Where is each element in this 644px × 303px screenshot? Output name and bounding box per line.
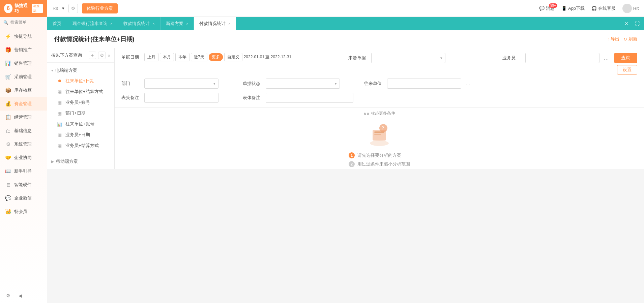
scheme-item-staff-account[interactable]: ▦ 业务员+账号: [47, 97, 114, 108]
sidebar-item-purchase[interactable]: 🛒 采购管理: [0, 70, 47, 84]
date-filter-label: 单据日期: [121, 54, 142, 60]
tab-home[interactable]: 首页: [47, 17, 67, 30]
staff-select[interactable]: [525, 53, 599, 63]
expand-tabs-btn[interactable]: ⛶: [633, 20, 641, 28]
scheme-item-staff-date[interactable]: ▦ 业务员+日期: [47, 129, 114, 140]
source-select[interactable]: ▾: [371, 53, 445, 63]
download-icon: 📱: [561, 6, 567, 11]
filter-settings-btn[interactable]: 设置: [617, 65, 637, 74]
last-month-btn[interactable]: 上月: [144, 53, 158, 61]
last-7-days-btn[interactable]: 近7天: [191, 53, 207, 61]
tab-actions: ✕ ⛶: [620, 17, 644, 30]
tab-new-scheme-label: 新建方案: [166, 21, 183, 27]
doc-status-filter-label: 单据状态: [243, 81, 263, 87]
topbar-selector[interactable]: ▾: [62, 6, 64, 11]
sidebar-logo: 6 畅捷通巧 标准版: [0, 0, 47, 17]
collapse-panel-btn[interactable]: «: [108, 53, 110, 58]
app-download-btn[interactable]: 📱 App下载: [561, 5, 585, 11]
dept-select[interactable]: ▾: [144, 79, 218, 89]
doc-status-select[interactable]: ▾: [266, 79, 340, 89]
collapse-conditions-btn[interactable]: ∧∧ 收起更多条件: [115, 108, 644, 119]
sidebar-item-quick-nav[interactable]: ⚡ 快捷导航: [0, 30, 47, 43]
topbar-settings-btn[interactable]: ⚙: [68, 4, 78, 13]
sidebar-item-operations[interactable]: 📋 经营管理: [0, 111, 47, 124]
scheme-settings-btn[interactable]: ⚙: [98, 52, 106, 59]
sidebar-item-sales[interactable]: 📊 销售管理: [0, 57, 47, 70]
header-note-input[interactable]: [144, 93, 218, 103]
close-all-tabs-btn[interactable]: ✕: [622, 20, 631, 28]
topbar-brand: Rit: [53, 6, 58, 11]
sidebar-item-system[interactable]: ⚙ 系统管理: [0, 138, 47, 151]
add-scheme-btn[interactable]: +: [89, 52, 96, 59]
scheme-item-unit-payment[interactable]: ▦ 往来单位+结算方式: [47, 86, 114, 97]
sidebar-item-enterprise[interactable]: 🤝 企业协同: [0, 151, 47, 164]
tab-bank-flow-label: 现金银行流水查询: [72, 21, 108, 27]
sidebar-item-guide[interactable]: 📖 新手引导: [0, 164, 47, 178]
sidebar-item-finance[interactable]: 💰 资金管理: [0, 97, 47, 111]
sidebar-item-wechat[interactable]: 💬 企业微信: [0, 191, 47, 205]
sidebar-item-label: 销售管理: [14, 60, 32, 66]
sidebar-nav: ⚡ 快捷导航 🎁 营销推广 📊 销售管理 🛒 采购管理 📦 库存核算 💰 资金管…: [0, 28, 47, 288]
scheme-item-unit-account[interactable]: 📊 往来单位+账号: [47, 119, 114, 129]
partner-more-btn[interactable]: …: [465, 81, 471, 87]
scheme-icon: ▦: [57, 99, 63, 105]
sidebar-item-label: 营销推广: [14, 47, 32, 53]
staff-more-btn[interactable]: …: [604, 55, 609, 61]
scheme-item-unit-date[interactable]: 往来单位+日期: [47, 75, 114, 86]
export-btn[interactable]: ↑ 导出: [607, 36, 620, 42]
sidebar-item-member[interactable]: 👑 畅会员: [0, 205, 47, 218]
tab-new-scheme-close[interactable]: ×: [186, 22, 188, 26]
tab-payment-stat[interactable]: 付款情况统计 ×: [194, 17, 236, 30]
source-filter-label: 来源单据: [348, 55, 369, 61]
partner-select[interactable]: [387, 79, 461, 89]
header-buttons: ↑ 导出 ↻ 刷新: [607, 36, 638, 42]
basic-info-icon: 🗂: [5, 127, 11, 134]
tab-payment-stat-close[interactable]: ×: [228, 22, 230, 26]
scheme-item-label: 业务员+日期: [65, 132, 90, 138]
export-label: 导出: [611, 36, 619, 42]
this-month-btn[interactable]: 本月: [160, 53, 174, 61]
empty-hints: 1 请先选择要分析的方案 2 用过滤条件来缩小分析范围: [349, 152, 410, 167]
tab-bank-flow-close[interactable]: ×: [110, 22, 112, 26]
settings-btn[interactable]: ⚙: [3, 291, 13, 300]
more-btn[interactable]: 更多: [209, 53, 223, 61]
collapse-sidebar-btn[interactable]: ◀: [16, 291, 25, 300]
right-panel: 单据日期 上月 本月 本年 近7天 更多 自定义 2022-01-01 至 20…: [115, 48, 644, 169]
scheme-item-dept-date[interactable]: ▦ 部门+日期: [47, 108, 114, 119]
body-note-input[interactable]: [266, 93, 353, 103]
custom-btn[interactable]: 自定义: [224, 53, 242, 61]
tab-bank-flow[interactable]: 现金银行流水查询 ×: [67, 17, 118, 30]
notifications-btn[interactable]: 💬 消息 99+: [539, 5, 555, 11]
body-note-filter: 表体备注: [243, 93, 353, 103]
svg-text:?: ?: [382, 126, 384, 130]
group-arrow-icon: ▶: [51, 159, 54, 164]
sidebar-item-marketing[interactable]: 🎁 营销推广: [0, 43, 47, 57]
hint-text-2: 用过滤条件来缩小分析范围: [357, 161, 410, 167]
refresh-btn[interactable]: ↻ 刷新: [623, 36, 637, 42]
app-download-label: App下载: [568, 5, 585, 11]
date-filter: 单据日期 上月 本月 本年 近7天 更多 自定义 2022-01-01 至 20…: [121, 53, 291, 61]
this-year-btn[interactable]: 本年: [175, 53, 189, 61]
mobile-group-header[interactable]: ▶ 移动端方案: [47, 156, 114, 166]
scheme-item-staff-payment[interactable]: ▦ 业务员+结算方式: [47, 140, 114, 151]
search-menu[interactable]: 🔍 搜索菜单: [0, 17, 47, 28]
tab-receipt-stat-close[interactable]: ×: [152, 22, 154, 26]
user-avatar-area[interactable]: Rit: [622, 4, 639, 13]
sidebar-item-label: 快捷导航: [14, 33, 32, 39]
query-btn[interactable]: 查询: [614, 53, 637, 63]
logo-icon: 6: [4, 4, 12, 13]
trial-btn[interactable]: 体验行业方案: [82, 3, 118, 13]
tab-receipt-stat[interactable]: 收款情况统计 ×: [118, 17, 160, 30]
tab-home-label: 首页: [53, 21, 61, 27]
doc-status-arrow: ▾: [335, 82, 337, 86]
sidebar-item-hardware[interactable]: 🖥 智能硬件: [0, 178, 47, 191]
sidebar-item-label: 系统管理: [14, 141, 32, 147]
desktop-group-header[interactable]: ▾ 电脑端方案: [47, 65, 114, 75]
sidebar-item-basic-info[interactable]: 🗂 基础信息: [0, 124, 47, 138]
sidebar-item-inventory[interactable]: 📦 库存核算: [0, 84, 47, 97]
scheme-item-label: 业务员+结算方式: [65, 143, 99, 149]
finance-icon: 💰: [5, 100, 11, 107]
online-service-btn[interactable]: 🎧 在线客服: [591, 5, 616, 11]
tab-new-scheme[interactable]: 新建方案 ×: [160, 17, 194, 30]
member-icon: 👑: [5, 208, 11, 215]
